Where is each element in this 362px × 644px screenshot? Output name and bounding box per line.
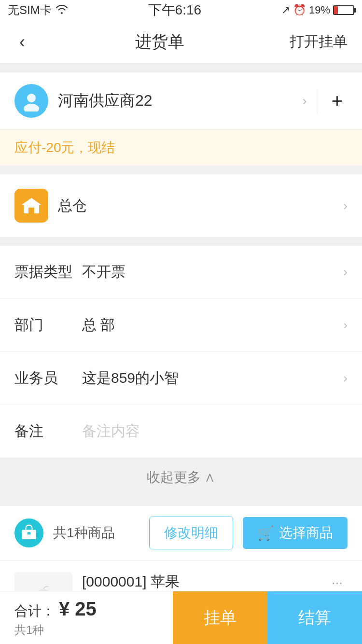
total-sub: 共1种 bbox=[14, 622, 158, 638]
warehouse-label: 总仓 bbox=[58, 196, 87, 216]
status-time: 下午6:16 bbox=[148, 1, 202, 19]
status-left: 无SIM卡 bbox=[8, 2, 68, 18]
department-chevron-icon: › bbox=[343, 318, 348, 333]
invoice-type-value: 不开票 bbox=[82, 262, 343, 282]
supplier-row[interactable]: 河南供应商22 › + bbox=[0, 72, 362, 129]
product-name: [0000001] 苹果 bbox=[82, 572, 327, 592]
invoice-type-label: 票据类型 bbox=[14, 262, 77, 282]
salesperson-chevron-icon: › bbox=[343, 371, 348, 386]
remark-label: 备注 bbox=[14, 421, 77, 441]
edit-detail-button[interactable]: 修改明细 bbox=[149, 517, 233, 549]
supplier-name: 河南供应商22 bbox=[58, 90, 302, 112]
hang-button[interactable]: 挂单 bbox=[173, 591, 267, 644]
battery-icon bbox=[333, 5, 354, 15]
location-icon: ↗ bbox=[281, 4, 290, 16]
supplier-avatar bbox=[14, 84, 48, 118]
section-gap-1 bbox=[0, 64, 362, 72]
svg-rect-4 bbox=[28, 208, 34, 213]
product-code: [0000001] bbox=[82, 574, 146, 589]
product-header-icon bbox=[14, 518, 43, 547]
warehouse-icon bbox=[14, 189, 48, 223]
cart-icon: 🛒 bbox=[257, 525, 274, 541]
back-button[interactable]: ‹ bbox=[14, 27, 30, 57]
salesperson-row[interactable]: 业务员 这是859的小智 › bbox=[0, 352, 362, 405]
product-count-text: 共1种商品 bbox=[53, 524, 139, 542]
bottom-bar: 合计： ¥ 25 共1种 挂单 结算 bbox=[0, 591, 362, 644]
section-gap-4 bbox=[0, 497, 362, 506]
invoice-type-chevron-icon: › bbox=[343, 265, 348, 280]
alarm-icon: ⏰ bbox=[293, 4, 306, 16]
department-label: 部门 bbox=[14, 315, 77, 335]
remark-placeholder: 备注内容 bbox=[82, 421, 348, 441]
settle-button[interactable]: 结算 bbox=[267, 591, 362, 644]
product-title: 苹果 bbox=[151, 574, 180, 589]
svg-rect-6 bbox=[28, 532, 31, 534]
form-section: 票据类型 不开票 › 部门 总 部 › 业务员 这是859的小智 › 备注 备注… bbox=[0, 246, 362, 458]
status-bar: 无SIM卡 下午6:16 ↗ ⏰ 19% bbox=[0, 0, 362, 20]
section-gap-3 bbox=[0, 237, 362, 246]
supplier-chevron-icon: › bbox=[302, 93, 306, 109]
warehouse-row[interactable]: 总仓 › bbox=[0, 174, 362, 237]
collapse-button[interactable]: 收起更多 ∧ bbox=[0, 458, 362, 497]
warehouse-chevron-icon: › bbox=[343, 198, 348, 213]
total-section: 合计： ¥ 25 共1种 bbox=[0, 598, 173, 638]
select-product-label: 选择商品 bbox=[279, 524, 333, 542]
svg-point-0 bbox=[27, 94, 36, 102]
svg-marker-3 bbox=[22, 198, 41, 205]
total-main: 合计： ¥ 25 bbox=[14, 598, 158, 620]
nav-bar: ‹ 进货单 打开挂单 bbox=[0, 20, 362, 64]
remark-row[interactable]: 备注 备注内容 bbox=[0, 405, 362, 458]
collapse-label: 收起更多 ∧ bbox=[147, 470, 216, 485]
supplier-divider bbox=[317, 89, 317, 113]
wifi-icon bbox=[56, 3, 68, 17]
carrier-label: 无SIM卡 bbox=[8, 2, 52, 18]
invoice-type-row[interactable]: 票据类型 不开票 › bbox=[0, 246, 362, 299]
product-more-button[interactable]: ··· bbox=[327, 572, 348, 593]
total-label: 合计： bbox=[14, 602, 55, 620]
status-right: ↗ ⏰ 19% bbox=[281, 4, 354, 16]
select-product-button[interactable]: 🛒 选择商品 bbox=[243, 517, 348, 549]
add-supplier-button[interactable]: + bbox=[327, 90, 348, 112]
total-amount: ¥ 25 bbox=[59, 598, 97, 620]
page-title: 进货单 bbox=[135, 31, 184, 53]
warning-text: 应付-20元，现结 bbox=[14, 140, 115, 155]
svg-point-1 bbox=[24, 104, 39, 112]
warning-banner: 应付-20元，现结 bbox=[0, 129, 362, 166]
warehouse-section: 总仓 › bbox=[0, 174, 362, 237]
open-hang-button[interactable]: 打开挂单 bbox=[290, 32, 348, 52]
product-header: 共1种商品 修改明细 🛒 选择商品 bbox=[0, 506, 362, 560]
department-row[interactable]: 部门 总 部 › bbox=[0, 299, 362, 352]
department-value: 总 部 bbox=[82, 315, 343, 335]
salesperson-value: 这是859的小智 bbox=[82, 368, 343, 388]
supplier-section: 河南供应商22 › + 应付-20元，现结 bbox=[0, 72, 362, 166]
battery-percent: 19% bbox=[309, 4, 330, 16]
section-gap-2 bbox=[0, 166, 362, 174]
salesperson-label: 业务员 bbox=[14, 368, 77, 388]
